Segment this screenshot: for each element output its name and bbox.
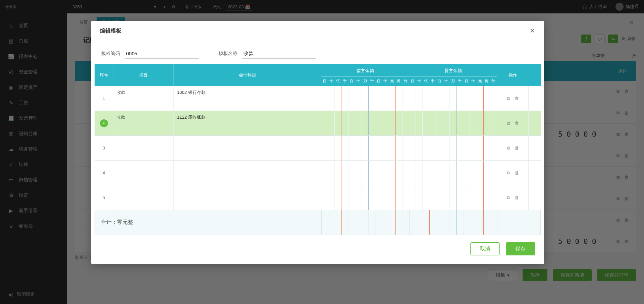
modal-title: 编辑模板 — [100, 27, 121, 35]
delete-icon[interactable]: 🗑 — [515, 145, 519, 150]
th-credit: 贷方金额 百十亿千百十万千百十元角分 — [409, 64, 497, 86]
cell-op: ⧉🗑 — [497, 185, 529, 210]
cell-summary[interactable] — [113, 136, 174, 160]
cell-debit[interactable] — [321, 161, 409, 185]
cell-credit[interactable] — [409, 86, 497, 111]
copy-icon[interactable]: ⧉ — [507, 170, 510, 176]
copy-icon[interactable]: ⧉ — [507, 145, 510, 151]
cell-credit[interactable] — [409, 185, 497, 210]
cell-seq: 4 — [95, 161, 113, 185]
th-account: 会计科目 — [174, 64, 321, 86]
cell-credit[interactable] — [409, 136, 497, 160]
th-op: 操作 — [497, 64, 529, 86]
table-row[interactable]: 5⧉🗑 — [95, 185, 541, 210]
template-code-label: 模板编码 — [101, 51, 120, 57]
cell-seq: 5 — [95, 185, 113, 210]
cell-account[interactable]: 1122 应收账款 — [174, 111, 321, 135]
copy-icon[interactable]: ⧉ — [507, 195, 510, 200]
delete-icon[interactable]: 🗑 — [515, 195, 519, 200]
cell-op: ⧉🗑 — [497, 161, 529, 185]
table-row[interactable]: 1收款1002 银行存款⧉🗑 — [95, 86, 541, 111]
close-icon[interactable]: ✕ — [530, 27, 535, 35]
th-debit: 借方金额 百十亿千百十万千百十元角分 — [321, 64, 409, 86]
template-name-label: 模板名称 — [219, 51, 237, 57]
modal-save-button[interactable]: 保存 — [506, 242, 535, 255]
cell-debit[interactable] — [321, 111, 409, 135]
cell-account[interactable] — [174, 161, 321, 185]
cell-op: ⧉🗑 — [497, 136, 529, 160]
th-seq: 序号 — [95, 64, 113, 86]
edit-template-modal: 编辑模板 ✕ 模板编码 模板名称 序号 摘要 会计科目 借方金额 百十亿千百十万… — [91, 21, 544, 264]
add-row-icon[interactable]: + — [100, 119, 108, 127]
total-row: 合计：零元整 — [95, 210, 541, 235]
table-row[interactable]: 3⧉🗑 — [95, 136, 541, 161]
template-name-input[interactable] — [242, 49, 316, 59]
cell-op: ⧉🗑 — [497, 86, 529, 111]
cell-account[interactable]: 1002 银行存款 — [174, 86, 321, 111]
cell-seq: 1 — [95, 86, 113, 111]
template-code-input[interactable] — [125, 49, 199, 59]
table-row[interactable]: 4⧉🗑 — [95, 161, 541, 185]
cell-summary[interactable] — [113, 185, 174, 210]
cell-account[interactable] — [174, 185, 321, 210]
cell-credit[interactable] — [409, 111, 497, 135]
table-row[interactable]: +收款1122 应收账款⧉🗑 — [95, 111, 541, 136]
modal-cancel-button[interactable]: 取消 — [470, 242, 500, 255]
cell-op: ⧉🗑 — [497, 111, 529, 135]
delete-icon[interactable]: 🗑 — [515, 170, 519, 175]
cell-account[interactable] — [174, 136, 321, 160]
cell-debit[interactable] — [321, 86, 409, 111]
cell-summary[interactable] — [113, 161, 174, 185]
cell-debit[interactable] — [321, 136, 409, 160]
cell-debit[interactable] — [321, 185, 409, 210]
copy-icon[interactable]: ⧉ — [507, 96, 510, 101]
cell-credit[interactable] — [409, 161, 497, 185]
cell-seq: 3 — [95, 136, 113, 160]
template-table: 序号 摘要 会计科目 借方金额 百十亿千百十万千百十元角分 贷方金额 百十亿千百… — [95, 64, 541, 235]
delete-icon[interactable]: 🗑 — [515, 96, 519, 101]
copy-icon[interactable]: ⧉ — [507, 121, 510, 126]
th-summary: 摘要 — [113, 64, 174, 86]
cell-summary[interactable]: 收款 — [113, 111, 174, 135]
cell-seq: + — [95, 111, 113, 135]
delete-icon[interactable]: 🗑 — [515, 121, 519, 126]
cell-summary[interactable]: 收款 — [113, 86, 174, 111]
